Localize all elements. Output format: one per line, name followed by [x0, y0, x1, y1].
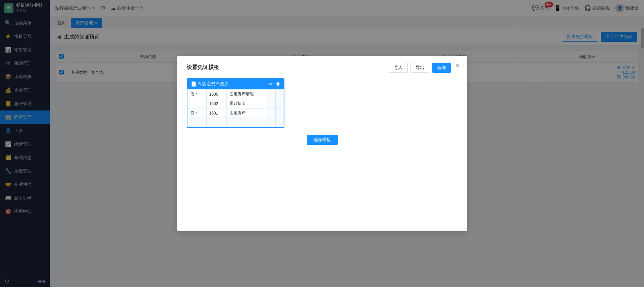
modal-overlay[interactable]: 设置凭证模板 ✕ 导入 导出 新增 📄 5-固定资产减少 ✏ 🗑	[0, 0, 644, 287]
import-button[interactable]: 导入	[389, 63, 408, 73]
entry-credit-2	[276, 99, 283, 108]
entry-debit-3	[268, 108, 275, 118]
voucher-template-modal: 设置凭证模板 ✕ 导入 导出 新增 📄 5-固定资产减少 ✏ 🗑	[177, 56, 467, 231]
template-card: 📄 5-固定资产减少 ✏ 🗑 借： 1606 固定资产清理	[187, 78, 284, 128]
entry-type-2	[187, 99, 206, 108]
entry-name-3: 固定资产	[226, 108, 268, 118]
template-entry-row-empty	[187, 118, 283, 127]
template-entry-row-1: 借： 1606 固定资产清理	[187, 90, 283, 99]
entry-credit-1	[276, 90, 283, 99]
modal-header-actions: 导入 导出 新增	[389, 63, 451, 73]
select-template-button[interactable]: 选择模板	[307, 135, 338, 145]
entry-debit-2	[268, 99, 275, 108]
empty-1	[187, 118, 206, 127]
entry-code-1: 1606	[206, 90, 226, 99]
template-name: 5-固定资产减少	[198, 81, 269, 87]
entry-debit-1	[268, 90, 275, 99]
template-card-actions: ✏ 🗑	[269, 81, 280, 87]
empty-5	[276, 118, 283, 127]
new-template-button[interactable]: 新增	[432, 63, 451, 73]
template-edit-icon[interactable]: ✏	[269, 81, 273, 87]
template-delete-icon[interactable]: 🗑	[276, 81, 280, 87]
entry-name-1: 固定资产清理	[226, 90, 268, 99]
entry-type-1: 借：	[187, 90, 206, 99]
window-controls: — ⛶	[616, 0, 644, 12]
modal-close-button[interactable]: ✕	[454, 61, 462, 69]
window-maximize-button[interactable]: ⛶	[631, 1, 641, 11]
entry-name-2: 累计折旧	[226, 99, 268, 108]
empty-2	[206, 118, 226, 127]
empty-4	[268, 118, 275, 127]
template-entries-table: 借： 1606 固定资产清理 1602 累计折旧	[187, 89, 284, 127]
entry-code-3: 1601	[206, 108, 226, 118]
entry-credit-3	[276, 108, 283, 118]
export-button[interactable]: 导出	[410, 63, 429, 73]
template-entry-row-2: 1602 累计折旧	[187, 99, 283, 108]
template-card-body: 借： 1606 固定资产清理 1602 累计折旧	[187, 89, 284, 127]
empty-3	[226, 118, 268, 127]
template-card-header: 📄 5-固定资产减少 ✏ 🗑	[187, 78, 284, 89]
entry-code-2: 1602	[206, 99, 226, 108]
window-minimize-button[interactable]: —	[618, 1, 629, 11]
entry-type-3: 贷：	[187, 108, 206, 118]
template-doc-icon: 📄	[191, 81, 196, 87]
template-entry-row-3: 贷： 1601 固定资产	[187, 108, 283, 118]
